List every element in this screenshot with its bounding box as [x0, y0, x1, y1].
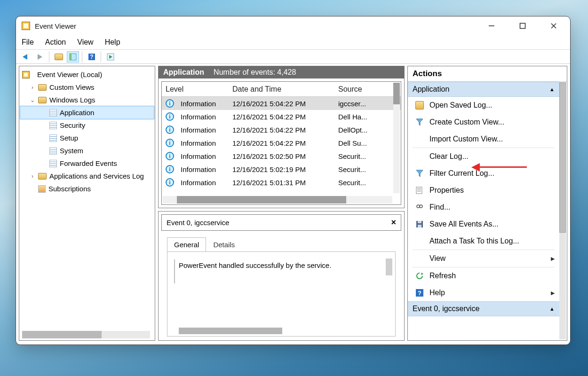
maximize-button[interactable] — [514, 19, 532, 33]
tree-log-system[interactable]: System — [20, 144, 154, 157]
tree-log-application[interactable]: Application — [20, 106, 154, 119]
tree-root[interactable]: Event Viewer (Local) — [20, 68, 154, 81]
svg-rect-14 — [416, 187, 422, 194]
svg-point-18 — [417, 205, 420, 208]
action-view[interactable]: View▶ — [408, 250, 559, 267]
back-button[interactable] — [20, 51, 32, 63]
tree-log-forwarded[interactable]: Forwarded Events — [20, 157, 154, 170]
toolbar: ? — [16, 50, 570, 64]
svg-marker-5 — [38, 54, 42, 60]
event-row[interactable]: Information12/16/2021 5:04:22 PMDell Su.… — [162, 136, 401, 149]
blank-icon — [415, 237, 424, 245]
svg-point-19 — [420, 205, 422, 208]
tree-log-setup[interactable]: Setup — [20, 132, 154, 144]
action-attach-task[interactable]: Attach a Task To this Log... — [408, 233, 559, 250]
detail-hscroll[interactable] — [179, 328, 282, 334]
properties-icon — [415, 186, 424, 195]
info-icon — [166, 165, 174, 173]
tree-log-security[interactable]: Security — [20, 119, 154, 132]
info-icon — [166, 112, 174, 121]
chevron-right-icon: ▶ — [551, 256, 555, 262]
detail-vscroll[interactable] — [386, 258, 392, 275]
forward-button[interactable] — [34, 51, 46, 63]
view-button[interactable] — [67, 51, 79, 63]
actions-vscroll[interactable] — [559, 82, 566, 339]
info-icon — [166, 152, 174, 160]
svg-text:?: ? — [90, 54, 93, 60]
actions-title: Actions — [408, 66, 567, 82]
col-date[interactable]: Date and Time — [232, 85, 338, 94]
up-folder-button[interactable] — [53, 51, 65, 63]
tree-hscroll[interactable] — [22, 331, 150, 338]
action-create-custom-view[interactable]: Create Custom View... — [408, 114, 559, 131]
tree-windows-logs[interactable]: ⌄Windows Logs — [20, 94, 154, 106]
menu-help[interactable]: Help — [105, 38, 120, 47]
action-filter-log[interactable]: Filter Current Log... — [408, 165, 559, 182]
list-vscroll[interactable] — [393, 83, 400, 193]
list-header-count: Number of events: 4,428 — [214, 68, 296, 77]
svg-rect-1 — [520, 24, 525, 29]
svg-rect-23 — [418, 225, 421, 227]
refresh-icon — [415, 272, 424, 280]
app-icon — [22, 22, 30, 30]
event-row[interactable]: Information12/16/2021 5:04:22 PMigccser.… — [162, 97, 401, 110]
detail-tabs: General Details — [167, 237, 396, 251]
svg-text:?: ? — [418, 290, 421, 297]
list-header: Application Number of events: 4,428 — [159, 66, 404, 78]
blank-icon — [415, 135, 424, 143]
list-hscroll[interactable] — [163, 196, 392, 204]
info-icon — [166, 178, 174, 187]
tree-subscriptions[interactable]: Subscriptions — [20, 182, 154, 195]
detail-header: Event 0, igccservice × — [161, 214, 401, 231]
event-rows: Information12/16/2021 5:04:22 PMigccser.… — [162, 97, 401, 204]
titlebar: Event Viewer — [16, 16, 570, 35]
detail-close-icon[interactable]: × — [391, 218, 396, 227]
preview-button[interactable] — [104, 51, 117, 63]
menu-view[interactable]: View — [77, 38, 93, 47]
list-header-title: Application — [163, 68, 204, 77]
event-row[interactable]: Information12/16/2021 5:02:50 PMSecurit.… — [162, 149, 401, 163]
event-row[interactable]: Information12/16/2021 5:04:22 PMDellOpt.… — [162, 123, 401, 136]
actions-section-event[interactable]: Event 0, igccservice▲ — [408, 301, 559, 316]
col-source[interactable]: Source — [338, 85, 401, 94]
svg-marker-13 — [416, 170, 423, 177]
event-list-pane: Application Number of events: 4,428 Leve… — [158, 66, 405, 208]
window-title: Event Viewer — [35, 22, 76, 30]
tree-apps-services[interactable]: ›Applications and Services Log — [20, 170, 154, 182]
menu-action[interactable]: Action — [45, 38, 66, 47]
actions-body: Application▲ Open Saved Log... Create Cu… — [408, 82, 567, 340]
help-button[interactable]: ? — [86, 51, 98, 63]
event-row[interactable]: Information12/16/2021 5:04:22 PMDell Ha.… — [162, 110, 401, 123]
tab-details[interactable]: Details — [206, 237, 242, 251]
svg-rect-22 — [418, 221, 421, 223]
help-icon: ? — [415, 289, 424, 297]
find-icon — [415, 203, 424, 212]
blank-icon — [415, 152, 424, 161]
close-button[interactable] — [545, 19, 563, 33]
action-import-custom-view[interactable]: Import Custom View... — [408, 131, 559, 148]
tab-general[interactable]: General — [167, 237, 206, 251]
funnel-icon — [415, 118, 424, 126]
actions-section-application[interactable]: Application▲ — [408, 82, 559, 97]
action-help[interactable]: ?Help▶ — [408, 284, 559, 301]
svg-marker-12 — [416, 119, 423, 125]
info-icon — [166, 139, 174, 147]
menu-file[interactable]: File — [22, 38, 34, 47]
action-save-all-events[interactable]: Save All Events As... — [408, 216, 559, 233]
action-clear-log[interactable]: Clear Log... — [408, 148, 559, 165]
action-refresh[interactable]: Refresh — [408, 267, 559, 284]
event-row[interactable]: Information12/16/2021 5:01:31 PMSecurit.… — [162, 176, 401, 189]
event-row[interactable]: Information12/16/2021 5:02:19 PMSecurit.… — [162, 163, 401, 176]
tree-custom-views[interactable]: ›Custom Views — [20, 81, 154, 94]
svg-rect-7 — [70, 54, 72, 60]
menubar: File Action View Help — [16, 35, 570, 49]
detail-title: Event 0, igccservice — [167, 219, 229, 227]
action-properties[interactable]: Properties — [408, 182, 559, 199]
action-open-saved-log[interactable]: Open Saved Log... — [408, 97, 559, 114]
column-headers: Level Date and Time Source — [162, 82, 401, 97]
action-find[interactable]: Find... — [408, 199, 559, 216]
col-level[interactable]: Level — [162, 85, 232, 94]
detail-body: PowerEvent handled successfully by the s… — [167, 251, 396, 337]
minimize-button[interactable] — [483, 19, 501, 33]
info-icon — [166, 99, 174, 108]
